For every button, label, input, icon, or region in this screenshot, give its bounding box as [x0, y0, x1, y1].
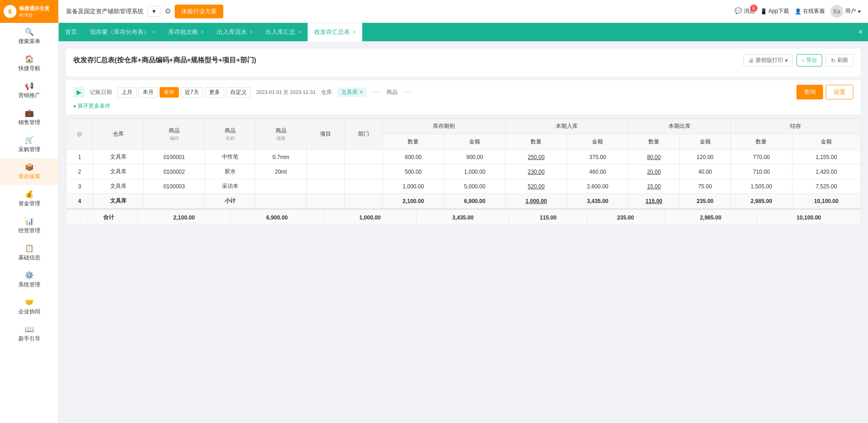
sidebar-item-collab[interactable]: 🤝企业协同: [0, 293, 58, 320]
cell-in-qty[interactable]: 1,000.00: [505, 194, 567, 209]
cell-code: 0100003: [144, 179, 205, 194]
link-in-qty[interactable]: 520.00: [528, 183, 545, 190]
tab-label-recv_summary: 收发存汇总表: [314, 28, 350, 36]
warehouse-more-icon[interactable]: ···: [372, 88, 381, 96]
cell-out-amt: 235.00: [680, 194, 731, 209]
link-in-qty[interactable]: 1,000.00: [525, 198, 547, 204]
tab-close-recv_summary[interactable]: ×: [353, 29, 356, 35]
basic-icon: 📋: [25, 244, 34, 253]
print-btn[interactable]: 🖨 拨锁版打印 ▾: [743, 54, 793, 66]
date-btn-自定义[interactable]: 自定义: [226, 87, 251, 98]
print-chevron-icon: ▾: [785, 57, 788, 64]
warehouse-tag-remove-icon[interactable]: ×: [359, 89, 363, 95]
settings-gear-icon[interactable]: ⚙: [165, 7, 171, 16]
sidebar-label-marketing: 营销推广: [18, 92, 40, 99]
search-icon: 🔍: [25, 27, 34, 36]
sidebar-item-search[interactable]: 🔍搜索菜单: [0, 23, 58, 50]
goods-more-icon[interactable]: ···: [403, 88, 412, 96]
setting-btn[interactable]: 设置: [826, 85, 853, 99]
cell-out-qty[interactable]: 20.00: [628, 165, 680, 179]
user-menu[interactable]: Ea 用户 ▾: [830, 5, 861, 18]
cell-in-qty[interactable]: 250.00: [505, 150, 567, 165]
cell-init-amt: 5,000.00: [444, 179, 505, 194]
sidebar-item-basic[interactable]: 📋基础信息: [0, 239, 58, 266]
link-out-qty[interactable]: 15.00: [647, 183, 661, 190]
table-settings-icon[interactable]: ⚙: [77, 131, 83, 138]
sidebar-item-operation[interactable]: 📊经营管理: [0, 212, 58, 239]
experience-btn[interactable]: 体验行业方案: [175, 5, 223, 18]
tab-close-batch[interactable]: ×: [201, 29, 204, 35]
cell-spec: 20ml: [255, 165, 307, 179]
filter-collapse-btn[interactable]: ▶: [73, 87, 84, 98]
link-out-qty[interactable]: 20.00: [647, 169, 661, 175]
table-header-group-row: ⚙ 仓库 商品编码 商品名称 商品规格 项目 部门 库存期初 本期入库 本期出库…: [66, 119, 861, 134]
link-out-qty[interactable]: 80.00: [647, 154, 661, 160]
date-buttons: 上月本月本年近7天更多自定义: [117, 87, 251, 98]
tab-close-inout_flow[interactable]: ×: [249, 29, 253, 35]
tab-inout_summary[interactable]: 出入库汇总×: [259, 23, 308, 41]
date-btn-上月[interactable]: 上月: [117, 87, 137, 98]
notification-btn[interactable]: 💬 6 消息: [735, 7, 755, 15]
cell-out-qty[interactable]: 115.00: [628, 194, 680, 209]
col-in-qty: 数量: [505, 134, 567, 150]
date-btn-近7天[interactable]: 近7天: [181, 87, 203, 98]
sidebar-item-inventory[interactable]: 📦库存核算: [0, 158, 58, 185]
tab-close-inout_summary[interactable]: ×: [298, 29, 301, 35]
sidebar-item-sales[interactable]: 💼销售管理: [0, 104, 58, 131]
refresh-btn[interactable]: ↻ 刷新: [826, 54, 853, 66]
tab-inventory_dist[interactable]: 现存量（库存分布表）×: [83, 23, 162, 41]
sidebar-item-marketing[interactable]: 📢营销推广: [0, 77, 58, 104]
footer-empty-1: [66, 210, 80, 225]
col-settings: ⚙: [66, 119, 93, 150]
system-dropdown[interactable]: ▼: [147, 6, 161, 17]
date-btn-本年[interactable]: 本年: [160, 87, 179, 98]
tab-home[interactable]: 首页: [59, 23, 83, 41]
tabbar-close-btn[interactable]: ×: [853, 28, 868, 36]
online-service-link[interactable]: 👤 在线客服: [795, 7, 825, 15]
footer-init-qty: 2,100.00: [138, 210, 231, 225]
col-group-out: 本期出库: [628, 119, 730, 134]
expand-icon: ▾: [73, 103, 76, 110]
link-out-qty[interactable]: 115.00: [646, 198, 663, 204]
sidebar-item-system[interactable]: ⚙️系统管理: [0, 266, 58, 293]
refresh-icon: ↻: [831, 57, 835, 64]
cell-out-qty[interactable]: 15.00: [628, 179, 680, 194]
link-in-qty[interactable]: 250.00: [528, 154, 545, 160]
cell-init-amt: 6,900.00: [444, 194, 505, 209]
inventory-icon: 📦: [25, 163, 34, 171]
app-download-link[interactable]: 📱 App下载: [760, 7, 789, 15]
warehouse-tag[interactable]: 文具库 ×: [337, 88, 366, 97]
col-warehouse: 仓库: [93, 119, 144, 150]
cell-in-qty[interactable]: 520.00: [505, 179, 567, 194]
sidebar-item-quick[interactable]: 🏠快捷导航: [0, 50, 58, 77]
cell-out-amt: 40.00: [680, 165, 731, 179]
cell-project: [306, 150, 344, 165]
link-in-qty[interactable]: 230.00: [528, 169, 545, 175]
system-icon: ⚙️: [25, 271, 34, 280]
tab-recv_summary[interactable]: 收发存汇总表×: [308, 23, 362, 41]
date-btn-更多[interactable]: 更多: [205, 87, 224, 98]
date-btn-本月[interactable]: 本月: [138, 87, 158, 98]
cell-warehouse: 文具库: [93, 194, 144, 209]
col-init-amt: 金额: [444, 134, 505, 150]
query-btn[interactable]: 查询: [796, 85, 823, 99]
user-chevron-icon: ▾: [858, 8, 861, 15]
cell-dept: [344, 194, 382, 209]
export-btn[interactable]: ↑ 导出: [796, 54, 822, 66]
cell-in-qty[interactable]: 230.00: [505, 165, 567, 179]
sidebar-item-purchase[interactable]: 🛒采购管理: [0, 131, 58, 158]
col-name: 商品名称: [205, 119, 255, 150]
marketing-icon: 📢: [25, 82, 34, 90]
date-label: 记账日期: [90, 88, 112, 96]
sidebar-item-finance[interactable]: 💰资金管理: [0, 185, 58, 212]
tab-inout_flow[interactable]: 出入库流水×: [210, 23, 259, 41]
cell-bal-qty: 1,505.00: [730, 179, 792, 194]
tab-batch[interactable]: 库存批次账×: [162, 23, 210, 41]
export-icon: ↑: [802, 57, 804, 64]
table-row: 1文具库0100001中性笔0.7mm600.00900.00250.00375…: [66, 150, 861, 165]
sidebar-item-guide[interactable]: 📖新手引导: [0, 320, 58, 347]
expand-btn[interactable]: ▾ 展开更多条件: [73, 102, 853, 110]
cell-out-qty[interactable]: 80.00: [628, 150, 680, 165]
tab-close-inventory_dist[interactable]: ×: [152, 29, 155, 35]
col-group-in: 本期入库: [505, 119, 628, 134]
